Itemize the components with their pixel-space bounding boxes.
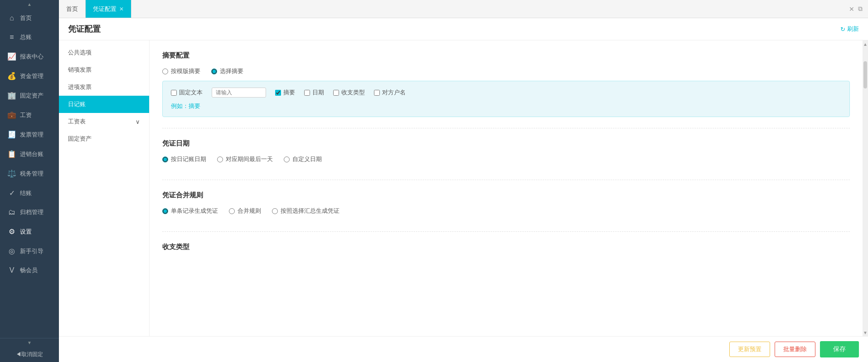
update-preview-button[interactable]: 更新预置 [729,342,770,357]
vip-icon: V [7,266,16,274]
sidebar-item-vip[interactable]: V 畅会员 [0,261,59,280]
tax-icon: ⚖️ [7,169,16,178]
summary-radio-select[interactable]: 选择摘要 [211,67,243,75]
window-close-icon[interactable]: ✕ [849,5,854,13]
checkbox-date[interactable]: 日期 [304,88,324,97]
main-area: 首页 凭证配置 ✕ ✕ ⧉ 凭证配置 ↻ 刷新 公共选项 销项发票 进 [59,0,868,362]
checkbox-summary[interactable]: 摘要 [275,88,295,97]
sidebar-item-assets[interactable]: 🏢 固定资产 [0,86,59,105]
sidebar-item-checkout[interactable]: ✓ 结账 [0,183,59,203]
date-title: 凭证日期 [162,139,850,148]
date-radio-custom[interactable]: 自定义日期 [284,155,322,163]
date-radio-group: 按日记账日期 对应期间最后一天 自定义日期 [162,155,850,163]
batch-delete-button[interactable]: 批量删除 [775,342,815,357]
tab-bar: 首页 凭证配置 ✕ ✕ ⧉ [59,0,868,18]
checkbox-fixed-text[interactable]: 固定文本 [171,88,203,97]
summary-radio-group: 按模版摘要 选择摘要 [162,67,850,75]
assets-icon: 🏢 [7,91,16,100]
merge-section: 凭证合并规则 单条记录生成凭证 合并规则 按照选择汇总生成凭证 [162,191,850,232]
ledger-icon: ≡ [7,33,16,41]
sidebar-item-ledger[interactable]: ≡ 总账 [0,28,59,47]
guide-icon: ◎ [7,247,16,255]
checkout-icon: ✓ [7,189,16,197]
sidebar-footer: ▼ ◀取消固定 [0,338,59,362]
checkbox-counterpart[interactable]: 对方户名 [374,88,406,97]
reports-icon: 📈 [7,52,16,61]
content-layout: 公共选项 销项发票 进项发票 日记账 工资表 ∨ 固定资产 摘要配置 [59,40,868,336]
date-section: 凭证日期 按日记账日期 对应期间最后一天 自定义日期 [162,139,850,180]
date-radio-diary[interactable]: 按日记账日期 [162,155,206,163]
merge-title: 凭证合并规则 [162,191,850,200]
sidebar-item-invoice[interactable]: 🧾 发票管理 [0,125,59,144]
window-controls: ✕ ⧉ [849,5,868,13]
income-type-section: 收支类型 [162,243,850,269]
expand-icon: ∨ [136,118,140,125]
purchase-icon: 📋 [7,150,16,158]
left-nav-payroll[interactable]: 工资表 ∨ [59,113,149,130]
scroll-down-arrow[interactable]: ▼ [863,329,868,336]
sidebar-item-tax[interactable]: ⚖️ 税务管理 [0,164,59,183]
sidebar-scroll-down[interactable]: ▼ [0,338,59,347]
sidebar-scroll-up[interactable]: ▲ [0,0,59,9]
date-radio-last-day[interactable]: 对应期间最后一天 [217,155,273,163]
sidebar-item-settings[interactable]: ⚙ 设置 [0,222,59,241]
summary-config-box: 固定文本 摘要 日期 收支类型 [162,81,850,117]
summary-example: 例如：摘要 [171,102,841,110]
merge-radio-summary[interactable]: 按照选择汇总生成凭证 [272,207,339,215]
merge-radio-rule[interactable]: 合并规则 [229,207,261,215]
left-nav-public[interactable]: 公共选项 [59,44,149,61]
left-nav-diary[interactable]: 日记账 [59,96,149,113]
page-header: 凭证配置 ↻ 刷新 [59,18,868,40]
left-nav: 公共选项 销项发票 进项发票 日记账 工资表 ∨ 固定资产 [59,40,150,336]
sidebar-item-home[interactable]: ⌂ 首页 [0,9,59,28]
invoice-icon: 🧾 [7,130,16,139]
summary-checkbox-row: 固定文本 摘要 日期 收支类型 [171,88,841,98]
settings-icon: ⚙ [7,227,16,236]
save-button[interactable]: 保存 [820,341,859,357]
refresh-icon: ↻ [840,26,845,33]
income-type-title: 收支类型 [162,243,850,251]
tab-home[interactable]: 首页 [59,0,86,18]
refresh-button[interactable]: ↻ 刷新 [840,25,859,33]
right-content: 摘要配置 按模版摘要 选择摘要 固定文本 [150,40,863,336]
salary-icon: 💼 [7,111,16,119]
archive-icon: 🗂 [7,208,16,216]
sidebar-item-guide[interactable]: ◎ 新手引导 [0,241,59,261]
scrollbar[interactable]: ▲ ▼ [863,40,868,336]
scroll-thumb[interactable] [863,61,867,88]
tab-close-icon[interactable]: ✕ [119,6,124,12]
footer-bar: 更新预置 批量删除 保存 [59,336,868,362]
fixed-text-input[interactable] [212,88,266,98]
summary-radio-template[interactable]: 按模版摘要 [162,67,200,75]
sidebar-item-purchase[interactable]: 📋 进销台账 [0,144,59,164]
cancel-pin-button[interactable]: ◀取消固定 [0,347,59,362]
merge-radio-group: 单条记录生成凭证 合并规则 按照选择汇总生成凭证 [162,207,850,215]
sidebar-item-archive[interactable]: 🗂 归档管理 [0,203,59,222]
summary-title: 摘要配置 [162,51,850,60]
left-nav-purchase-invoice[interactable]: 进项发票 [59,78,149,96]
summary-section: 摘要配置 按模版摘要 选择摘要 固定文本 [162,51,850,128]
tab-voucher-config[interactable]: 凭证配置 ✕ [86,0,131,18]
checkbox-income-type[interactable]: 收支类型 [333,88,365,97]
sidebar-item-reports[interactable]: 📈 报表中心 [0,47,59,66]
scroll-up-arrow[interactable]: ▲ [863,40,868,48]
funds-icon: 💰 [7,72,16,80]
left-nav-fixed-assets[interactable]: 固定资产 [59,130,149,147]
merge-radio-single[interactable]: 单条记录生成凭证 [162,207,218,215]
left-nav-sales-invoice[interactable]: 销项发票 [59,61,149,78]
sidebar: ▲ ⌂ 首页 ≡ 总账 📈 报表中心 💰 资金管理 🏢 固定资产 💼 工资 🧾 … [0,0,59,362]
window-restore-icon[interactable]: ⧉ [858,5,863,13]
page-title: 凭证配置 [68,24,101,34]
home-icon: ⌂ [7,14,16,22]
sidebar-item-salary[interactable]: 💼 工资 [0,105,59,125]
sidebar-item-funds[interactable]: 💰 资金管理 [0,66,59,86]
